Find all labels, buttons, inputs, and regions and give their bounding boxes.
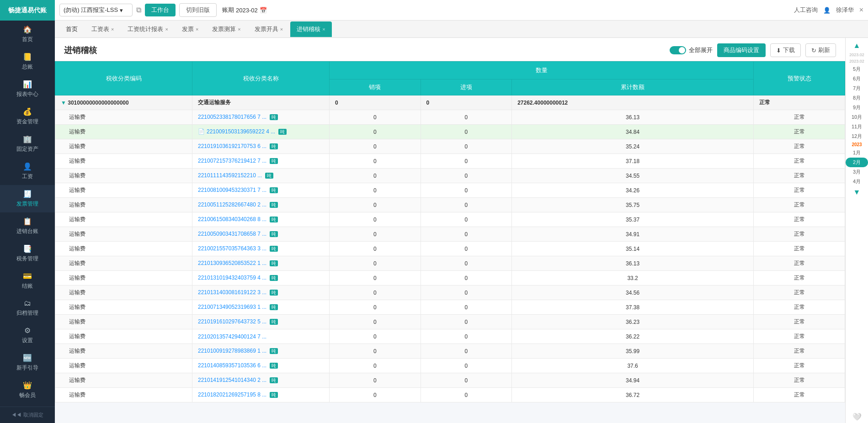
refresh-button[interactable]: ↻ 刷新 — [805, 43, 836, 57]
item-sale: 0 — [330, 315, 421, 329]
tab-in-out-check[interactable]: 进销稽核 × — [290, 21, 331, 37]
close-button[interactable]: × — [859, 6, 863, 14]
table-row: 运输费 2210052338178017656 7 ... 吨 0 0 36.1… — [55, 110, 845, 125]
toggle-switch[interactable] — [670, 46, 686, 54]
calendar-icon: 📅 — [260, 7, 267, 14]
item-purchase: 0 — [421, 125, 512, 139]
switch-button[interactable]: 切到旧版 — [179, 3, 217, 17]
sidebar-item-reports[interactable]: 📊 报表中心 — [0, 75, 55, 103]
page-header: 进销稽核 全部展开 商品编码设置 ⬇ 下载 ↻ 刷新 — [55, 38, 845, 61]
tab-payroll-stats[interactable]: 工资统计报表 × — [121, 21, 174, 37]
period-selector[interactable]: 账期 2023-02 📅 — [222, 6, 267, 14]
unit-tag: 吨 — [270, 143, 278, 149]
sidebar-unpin[interactable]: ◀◀ 取消固定 — [0, 407, 55, 423]
tab-close-invoice-calc[interactable]: × — [238, 26, 240, 32]
support-label[interactable]: 人工咨询 — [794, 6, 818, 14]
sidebar-item-archive[interactable]: 🗂 归档管理 — [0, 295, 55, 322]
collapse-icon[interactable]: ▼ — [61, 100, 66, 106]
page: 进销稽核 全部展开 商品编码设置 ⬇ 下载 ↻ 刷新 — [55, 38, 845, 423]
item-purchase: 0 — [421, 286, 512, 300]
sidebar-item-sales-ledger[interactable]: 📋 进销台账 — [0, 212, 55, 240]
item-code: 2210182021269257195 8 ... 吨 — [192, 388, 330, 402]
table-container: 税收分类编码 税收分类名称 数量 预警状态 销项 进项 累计数额 — [55, 61, 845, 423]
sidebar-item-salary[interactable]: 👤 工资 — [0, 158, 55, 185]
scroll-down-button[interactable]: ▼ — [852, 186, 863, 198]
unit-tag: 吨 — [265, 173, 273, 179]
unit-tag: 吨 — [270, 304, 278, 310]
month-3[interactable]: 3月 — [846, 167, 868, 177]
sidebar-item-member[interactable]: 👑 畅会员 — [0, 376, 55, 404]
tab-payroll[interactable]: 工资表 × — [85, 21, 120, 37]
home-icon: 🏠 — [23, 25, 32, 34]
tax-icon: 📑 — [23, 244, 32, 253]
download-button[interactable]: ⬇ 下载 — [770, 43, 801, 57]
sidebar-item-tax-mgmt[interactable]: 📑 税务管理 — [0, 240, 55, 267]
tab-close-invoice-open[interactable]: × — [280, 26, 283, 32]
ledger-icon: 📒 — [23, 53, 32, 61]
sidebar-item-fixed-assets[interactable]: 🏢 固定资产 — [0, 130, 55, 158]
month-5[interactable]: 5月 — [846, 64, 868, 74]
col-purchase: 进项 — [421, 79, 512, 95]
month-7[interactable]: 7月 — [846, 84, 868, 93]
reports-icon: 📊 — [23, 80, 32, 89]
item-status: 正常 — [754, 359, 845, 373]
item-status: 正常 — [754, 183, 845, 198]
unit-tag: 吨 — [270, 290, 278, 296]
sidebar-item-guide[interactable]: 🆕 新手引导 — [0, 349, 55, 376]
sidebar-item-invoice-mgmt[interactable]: 🧾 发票管理 — [0, 185, 55, 212]
sidebar-item-finance[interactable]: 💰 资金管理 — [0, 103, 55, 130]
month-12[interactable]: 12月 — [846, 132, 868, 141]
item-total: 34.84 — [512, 125, 754, 139]
month-2-active[interactable]: 2月 — [846, 158, 868, 167]
company-name: (勿动) 江西报宝-LSS — [64, 6, 118, 14]
table-row: 运输费 2210061508340340268 8 ... 吨 0 0 35.3… — [55, 212, 845, 227]
item-total: 37.18 — [512, 154, 754, 169]
month-9[interactable]: 9月 — [846, 103, 868, 112]
sidebar-item-label: 工资 — [22, 173, 33, 180]
group-sale: 0 — [330, 95, 421, 110]
expand-toggle[interactable]: 全部展开 — [670, 46, 713, 54]
scroll-up-button[interactable]: ▲ — [852, 40, 863, 52]
salary-icon: 👤 — [23, 162, 32, 171]
tab-close-payroll-stats[interactable]: × — [165, 26, 168, 32]
month-10[interactable]: 10月 — [846, 112, 868, 122]
workspace-button[interactable]: 工作台 — [145, 4, 176, 16]
tab-close-payroll[interactable]: × — [111, 26, 114, 32]
tab-invoice-calc[interactable]: 发票测算 × — [206, 21, 247, 37]
table-row: 运输费 2210131019432403759 4 ... 吨 0 0 33.2… — [55, 271, 845, 286]
tab-home[interactable]: 首页 — [59, 21, 84, 37]
tab-close-in-out-check[interactable]: × — [322, 26, 325, 32]
item-total: 35.99 — [512, 344, 754, 359]
sidebar-item-home[interactable]: 🏠 首页 — [0, 21, 55, 48]
sidebar-item-settlement[interactable]: 💳 结账 — [0, 267, 55, 295]
sidebar-item-settings[interactable]: ⚙ 设置 — [0, 322, 55, 349]
love-icon[interactable]: 🤍 — [852, 412, 862, 421]
sidebar-item-ledger[interactable]: 📒 总账 — [0, 48, 55, 75]
item-total: 36.72 — [512, 388, 754, 402]
item-purchase: 0 — [421, 256, 512, 271]
product-settings-button[interactable]: 商品编码设置 — [717, 43, 766, 57]
company-selector[interactable]: (勿动) 江西报宝-LSS ▾ — [59, 4, 133, 16]
finance-icon: 💰 — [23, 107, 32, 116]
item-purchase: 0 — [421, 344, 512, 359]
tab-close-invoice[interactable]: × — [196, 26, 198, 32]
col-tax-code: 税收分类编码 — [55, 62, 192, 95]
month-8[interactable]: 8月 — [846, 93, 868, 103]
tab-invoice-open[interactable]: 发票开具 × — [248, 21, 289, 37]
month-6[interactable]: 6月 — [846, 74, 868, 84]
item-total: 34.91 — [512, 227, 754, 242]
copy-icon[interactable]: ⧉ — [136, 6, 141, 14]
item-code: 2210071349052319693 1 ... 吨 — [192, 300, 330, 315]
item-name: 运输费 — [55, 300, 192, 315]
item-status: 正常 — [754, 242, 845, 256]
unit-tag: 吨 — [270, 363, 278, 369]
page-actions: 全部展开 商品编码设置 ⬇ 下载 ↻ 刷新 — [670, 43, 836, 57]
month-4[interactable]: 4月 — [846, 177, 868, 186]
month-1[interactable]: 1月 — [846, 148, 868, 158]
month-11[interactable]: 11月 — [846, 122, 868, 132]
item-code: 2210130936520853522 1 ... 吨 — [192, 256, 330, 271]
table-row: 运输费 2210100919278983869 1 ... 吨 0 0 35.9… — [55, 344, 845, 359]
item-sale: 0 — [330, 286, 421, 300]
item-sale: 0 — [330, 183, 421, 198]
tab-invoice[interactable]: 发票 × — [176, 21, 205, 37]
